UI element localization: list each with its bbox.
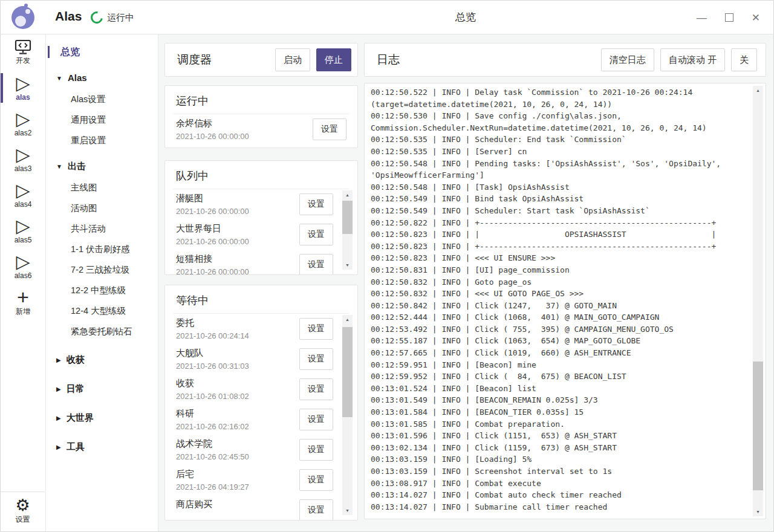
autoscroll-toggle-button[interactable]: 自动滚动 开 xyxy=(660,48,725,71)
rail-item-alas4[interactable]: ▷alas4 xyxy=(1,177,45,213)
log-scrollbar[interactable]: ▲ ▼ xyxy=(753,86,763,516)
task-setting-button[interactable]: 设置 xyxy=(299,318,333,340)
menu-item-label: Alas设置 xyxy=(71,94,105,104)
log-line: 00:12:50.549 | INFO | Scheduler: Start t… xyxy=(371,205,749,217)
rail-item-alas2[interactable]: ▷alas2 xyxy=(1,106,45,141)
log-line: 00:12:50.842 | INFO | Click (1247, 37) @… xyxy=(371,300,749,312)
log-line: 00:12:50.823 | INFO | | OPSIASHASSIST | xyxy=(371,229,749,241)
rail-item-settings[interactable]: ⚙ 设置 xyxy=(1,491,45,529)
task-setting-button[interactable]: 设置 xyxy=(313,118,346,140)
menu-item[interactable]: ▶工具 xyxy=(46,436,158,458)
task-setting-button[interactable]: 设置 xyxy=(299,469,333,491)
menu-item[interactable]: 紧急委托刷钻石 xyxy=(46,321,158,342)
rail-item-alas5[interactable]: ▷alas5 xyxy=(1,213,45,248)
log-header-card: 日志 清空日志 自动滚动 开 关 xyxy=(364,43,766,77)
rail-item-alas3[interactable]: ▷alas3 xyxy=(1,141,45,177)
task-row: 潜艇图2021-10-26 00:00:00设置 xyxy=(165,189,357,219)
menu-list: 总览▼AlasAlas设置通用设置重启设置▼出击主线图活动图共斗活动1-1 伏击… xyxy=(46,34,158,531)
log-line: 00:12:50.535 | INFO | [Server] cn xyxy=(371,146,749,158)
menu-item-label: 出击 xyxy=(68,161,86,171)
task-row: 委托2021-10-26 00:24:14设置 xyxy=(165,314,357,344)
rail-item-dev[interactable]: 开发 xyxy=(1,34,45,70)
rail-item-alas6[interactable]: ▷alas6 xyxy=(1,248,45,284)
task-setting-button[interactable]: 设置 xyxy=(299,224,333,245)
menu-item-label: Alas xyxy=(68,73,87,83)
log-line: 00:12:50.832 | INFO | Goto page_os xyxy=(371,276,749,288)
rail-item-label: alas4 xyxy=(15,200,32,209)
menu-item[interactable]: 活动图 xyxy=(46,198,158,218)
task-setting-button[interactable]: 设置 xyxy=(299,378,333,400)
menu-item[interactable]: ▶收获 xyxy=(46,349,158,371)
menu-item[interactable]: 总览 xyxy=(46,42,158,62)
running-card: 运行中 余烬信标2021-10-26 00:00:00设置 xyxy=(164,85,358,148)
scrollbar-thumb[interactable] xyxy=(342,201,353,234)
scrollbar-thumb[interactable] xyxy=(753,362,763,491)
scroll-up-icon[interactable]: ▲ xyxy=(753,86,763,95)
instance-rail: 开发 ▷alas▷alas2▷alas3▷alas4▷alas5▷alas6 +… xyxy=(1,34,46,531)
task-row: 后宅2021-10-26 04:19:27设置 xyxy=(165,465,357,495)
rail-item-alas[interactable]: ▷alas xyxy=(1,70,45,106)
menu-item[interactable]: 共斗活动 xyxy=(46,218,158,239)
running-title: 运行中 xyxy=(165,86,357,114)
menu-item[interactable]: ▶大世界 xyxy=(46,407,158,429)
rail-item-add[interactable]: + 新增 xyxy=(1,284,45,320)
menu-item[interactable]: 12-4 大型练级 xyxy=(46,300,158,321)
stop-button[interactable]: 停止 xyxy=(316,48,351,71)
running-task-list: 余烬信标2021-10-26 00:00:00设置 xyxy=(165,114,357,144)
task-setting-button[interactable]: 设置 xyxy=(299,409,333,430)
waiting-scrollbar[interactable]: ▲ ▼ xyxy=(342,315,353,515)
menu-item[interactable]: Alas设置 xyxy=(46,89,158,109)
plus-icon: + xyxy=(17,288,29,306)
scroll-up-icon[interactable]: ▲ xyxy=(342,190,353,199)
minimize-icon[interactable]: — xyxy=(697,13,707,23)
queued-scrollbar[interactable]: ▲ ▼ xyxy=(342,190,353,270)
menu-item[interactable]: 通用设置 xyxy=(46,109,158,130)
rail-item-label: 开发 xyxy=(16,56,30,66)
app-window: Alas 运行中 总览 — ✕ 开发 ▷alas▷alas2▷alas3▷ala… xyxy=(0,0,774,532)
task-setting-button[interactable]: 设置 xyxy=(299,193,333,215)
app-title: Alas xyxy=(55,9,82,24)
log-line: 00:12:59.951 | INFO | [Beacon] mine xyxy=(371,359,749,371)
chevron-right-icon: ▶ xyxy=(56,436,61,458)
log-line: 00:12:50.823 | INFO | <<< UI ENSURE >>> xyxy=(371,252,749,264)
menu-item[interactable]: 1-1 伏击刷好感 xyxy=(46,239,158,259)
play-icon: ▷ xyxy=(16,181,30,199)
log-line: 00:12:50.832 | INFO | <<< UI GOTO PAGE_O… xyxy=(371,288,749,300)
rail-item-label: alas2 xyxy=(15,129,32,137)
close-icon[interactable]: ✕ xyxy=(752,13,760,23)
task-row: 短猫相接2021-10-26 00:00:00设置 xyxy=(165,250,357,275)
menu-item-label: 收获 xyxy=(67,354,85,365)
scroll-down-icon[interactable]: ▼ xyxy=(342,261,353,270)
scroll-down-icon[interactable]: ▼ xyxy=(753,507,763,516)
waiting-card: 等待中 委托2021-10-26 00:24:14设置大舰队2021-10-26… xyxy=(164,285,358,521)
task-setting-button[interactable]: 设置 xyxy=(299,439,333,461)
scrollbar-thumb[interactable] xyxy=(342,327,353,417)
task-setting-button[interactable]: 设置 xyxy=(299,499,333,521)
menu-item[interactable]: ▼出击 xyxy=(46,155,158,177)
scroll-up-icon[interactable]: ▲ xyxy=(342,315,353,324)
task-setting-button[interactable]: 设置 xyxy=(299,348,333,370)
log-line: 00:13:03.159 | INFO | [Loading] 5% xyxy=(371,453,749,465)
menu-item[interactable]: 重启设置 xyxy=(46,130,158,151)
scroll-down-icon[interactable]: ▼ xyxy=(342,506,353,515)
chevron-down-icon: ▼ xyxy=(56,68,62,89)
rail-item-label: alas5 xyxy=(15,236,32,244)
log-line: 00:12:50.530 | INFO | Save config ./conf… xyxy=(371,110,749,134)
log-off-button[interactable]: 关 xyxy=(731,48,757,71)
log-line: 00:13:01.596 | INFO | Click (1151, 653) … xyxy=(371,430,749,442)
task-setting-button[interactable]: 设置 xyxy=(299,254,333,275)
log-line: 00:13:01.585 | INFO | Combat preparation… xyxy=(371,418,749,430)
scheduler-status-text: 运行中 xyxy=(107,12,134,24)
menu-item[interactable]: ▼Alas xyxy=(46,67,158,89)
menu-item[interactable]: 12-2 中型练级 xyxy=(46,280,158,300)
maximize-icon[interactable] xyxy=(725,13,733,22)
clear-log-button[interactable]: 清空日志 xyxy=(601,48,654,71)
menu-item[interactable]: 主线图 xyxy=(46,177,158,198)
play-icon: ▷ xyxy=(16,253,30,271)
chevron-right-icon: ▶ xyxy=(56,407,61,429)
menu-item[interactable]: ▶日常 xyxy=(46,378,158,400)
start-button[interactable]: 启动 xyxy=(275,48,310,71)
menu-item-label: 通用设置 xyxy=(71,115,106,125)
menu-item[interactable]: 7-2 三战捡垃圾 xyxy=(46,259,158,280)
log-viewport[interactable]: 00:12:50.522 | INFO | Delay task `Commis… xyxy=(371,86,749,516)
